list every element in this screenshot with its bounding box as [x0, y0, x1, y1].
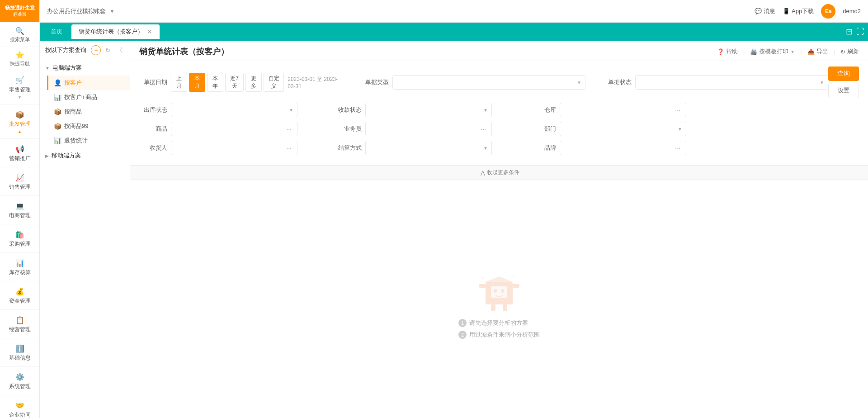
scheme-add-icon[interactable]: ＋: [91, 45, 101, 55]
date-btn-custom[interactable]: 自定义: [264, 73, 284, 92]
app-download-button[interactable]: 📱 App下载: [783, 7, 814, 15]
scheme-header: 按以下方案查询 ＋ ↻ 《: [40, 41, 130, 60]
scheme-item-by-goods-99[interactable]: 📦 按商品99: [47, 119, 130, 133]
sidebar-item-purchase[interactable]: 🛍️ 采购管理: [0, 224, 39, 253]
refresh-button[interactable]: ↻ 刷新: [840, 48, 859, 56]
scheme-group-mobile-title[interactable]: ▶ 移动端方案: [40, 148, 130, 163]
sidebar-search[interactable]: 🔍 搜索菜单: [0, 22, 39, 47]
finance-icon: 💰: [15, 287, 24, 296]
desktop-group-arrow: ▼: [45, 66, 50, 71]
sidebar-item-wholesale[interactable]: 📦 批发管理 ▲: [0, 104, 39, 139]
wholesale-icon: 📦: [15, 110, 24, 119]
sidebar-item-operation[interactable]: 📋 经营管理: [0, 310, 39, 338]
date-btn-this-year[interactable]: 本年: [207, 73, 223, 92]
sidebar-item-enterprise[interactable]: 🤝 企业协同: [0, 395, 39, 418]
warehouse-select[interactable]: ···: [560, 103, 686, 117]
sidebar-item-marketing[interactable]: 📢 营销推广: [0, 139, 39, 167]
payment-status-label: 收款状态: [334, 106, 365, 114]
tab-minimize-icon[interactable]: ⊟: [846, 27, 853, 37]
settlement-label: 结算方式: [334, 144, 365, 152]
salesperson-dots[interactable]: ···: [479, 125, 488, 133]
scheme-item-by-customer-goods[interactable]: 📊 按客户+商品: [47, 90, 130, 104]
template-print-button[interactable]: 🖨️ 按模板打印 ▼: [750, 48, 795, 56]
query-button[interactable]: 查询: [828, 66, 859, 81]
scheme-item-by-customer-goods-label: 按客户+商品: [64, 93, 97, 101]
sidebar-item-basic[interactable]: ℹ️ 基础信息: [0, 338, 39, 367]
warehouse-dots[interactable]: ···: [673, 106, 682, 114]
content-area: 按以下方案查询 ＋ ↻ 《 ▼ 电脑端方案 👤 按客户: [40, 41, 868, 418]
order-type-select[interactable]: ▼: [392, 75, 585, 90]
tab-sales-stat-label: 销货单统计表（按客户）: [79, 28, 143, 36]
recipient-select[interactable]: ···: [171, 141, 297, 155]
sidebar-item-inventory[interactable]: 📊 库存核算: [0, 253, 39, 281]
tab-close-icon[interactable]: ✕: [147, 28, 152, 35]
query-action-buttons: 查询 设置: [828, 66, 859, 98]
print-dropdown-icon: ▼: [790, 49, 795, 54]
department-select[interactable]: ▼: [560, 122, 686, 136]
svg-rect-6: [479, 284, 486, 288]
order-type-control: ▼: [392, 75, 585, 90]
app-download-label: App下载: [792, 7, 814, 15]
goods-control: ···: [171, 122, 297, 136]
filter-row-4: 收货人 ··· 结算方式 ▼: [139, 141, 859, 155]
sidebar-item-sales[interactable]: 📈 销售管理: [0, 167, 39, 196]
tab-fullscreen-icon[interactable]: ⛶: [856, 27, 864, 37]
settlement-control: ▼: [365, 141, 492, 155]
order-type-label: 单据类型: [361, 78, 392, 86]
sidebar-item-wholesale-label: 批发管理: [9, 120, 31, 128]
header-dropdown-icon[interactable]: ▼: [109, 8, 115, 14]
brand-select[interactable]: ···: [560, 141, 686, 155]
order-status-select[interactable]: ▼: [635, 75, 828, 90]
delivery-status-select[interactable]: ▼: [171, 103, 297, 117]
ecommerce-icon: 💻: [15, 202, 24, 210]
tab-sales-stat[interactable]: 销货单统计表（按客户） ✕: [71, 24, 160, 39]
scheme-item-return-stat[interactable]: 📊 退货统计: [47, 133, 130, 148]
goods-select[interactable]: ···: [171, 122, 297, 136]
scheme-item-by-goods[interactable]: 📦 按商品: [47, 104, 130, 119]
scheme-refresh-icon[interactable]: ↻: [103, 45, 113, 55]
scheme-collapse-icon[interactable]: 《: [114, 45, 124, 55]
sidebar-item-basic-label: 基础信息: [9, 354, 31, 362]
empty-tip-2-text: 用过滤条件来缩小分析范围: [469, 331, 540, 339]
help-button[interactable]: ❓ 帮助: [717, 48, 738, 56]
main-area: 办公用品行业模拟账套 ▼ 💬 消息 📱 App下载 Ea demo2 首页 销货…: [40, 0, 868, 418]
scheme-item-by-goods-99-label: 按商品99: [64, 122, 88, 130]
sidebar-item-system[interactable]: ⚙️ 系统管理: [0, 367, 39, 395]
salesperson-select[interactable]: ···: [365, 122, 492, 136]
filter-row-1: 单据日期 上月 本月 本年 近7天 更多 自定义 2023-03-01 至 20…: [139, 66, 859, 98]
sidebar-item-ecommerce-label: 电商管理: [9, 212, 31, 219]
payment-status-select[interactable]: ▼: [365, 103, 492, 117]
settings-button[interactable]: 设置: [828, 83, 859, 98]
svg-text:✦: ✦: [481, 276, 485, 280]
sidebar-logo: 畅捷通好生意 标准版: [0, 0, 39, 22]
sidebar-item-retail[interactable]: 🛒 零售管理 ▼: [0, 70, 39, 104]
logo-text: 畅捷通好生意: [5, 5, 35, 11]
recipient-dots[interactable]: ···: [284, 144, 293, 152]
export-button[interactable]: 📤 导出: [807, 48, 828, 56]
scheme-item-by-customer-label: 按客户: [64, 79, 82, 87]
scheme-group-desktop-title[interactable]: ▼ 电脑端方案: [40, 60, 130, 76]
template-print-label: 按模板打印: [759, 48, 788, 56]
sidebar-item-ecommerce[interactable]: 💻 电商管理: [0, 196, 39, 224]
date-btn-last-7[interactable]: 近7天: [225, 73, 244, 92]
date-btn-this-month[interactable]: 本月: [189, 73, 205, 92]
goods-dots[interactable]: ···: [284, 125, 293, 133]
empty-illustration: ✦ ✦: [472, 259, 526, 314]
date-btn-last-month[interactable]: 上月: [171, 73, 187, 92]
sidebar-item-finance[interactable]: 💰 资金管理: [0, 281, 39, 310]
user-avatar[interactable]: Ea: [821, 4, 835, 19]
scheme-item-by-customer[interactable]: 👤 按客户: [47, 76, 130, 90]
settlement-select[interactable]: ▼: [365, 141, 492, 155]
recipient-label: 收货人: [139, 144, 171, 152]
brand-dots[interactable]: ···: [673, 144, 682, 152]
sidebar-quick-nav[interactable]: ⭐ 快捷导航: [0, 47, 39, 70]
tab-home[interactable]: 首页: [43, 24, 70, 39]
svg-rect-7: [512, 284, 519, 288]
delivery-status-arrow: ▼: [289, 108, 293, 113]
message-button[interactable]: 💬 消息: [755, 7, 775, 15]
scheme-group-desktop: ▼ 电脑端方案 👤 按客户 📊 按客户+商品 📦 按商品: [40, 60, 130, 148]
date-btn-more[interactable]: 更多: [245, 73, 262, 92]
collapse-bar[interactable]: ⋀ 收起更多条件: [130, 166, 868, 180]
date-filter-control: 上月 本月 本年 近7天 更多 自定义 2023-03-01 至 2023-03…: [171, 73, 343, 92]
order-type-arrow: ▼: [577, 80, 581, 85]
